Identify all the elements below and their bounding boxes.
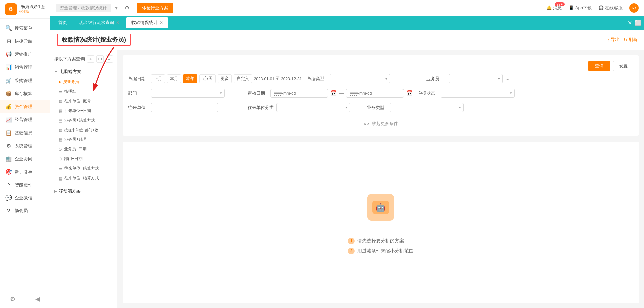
sidebar-item-purchase[interactable]: 🛒 采购管理: [0, 74, 50, 87]
sidebar-item-label: 企业协同: [15, 156, 32, 162]
sidebar-item-quick-nav[interactable]: ⊞ 快捷导航: [0, 35, 50, 48]
dept-date-icon: ⊙: [58, 156, 62, 161]
refresh-label: 刷新: [629, 37, 637, 43]
date-btn-custom[interactable]: 自定义: [234, 74, 252, 83]
date-btn-more[interactable]: 更多: [218, 74, 232, 83]
sidebar-item-inventory[interactable]: 📦 库存核算: [0, 87, 50, 100]
sidebar-item-system[interactable]: ⚙ 系统管理: [0, 139, 50, 152]
date-range-display: 2023-01-01 至 2023-12-31: [254, 76, 302, 82]
detail-icon: ☰: [58, 89, 62, 94]
scheme-item-dept-date[interactable]: ⊙ 部门+日期: [50, 154, 117, 164]
scheme-group-mobile-header[interactable]: ▶ 移动端方案: [50, 186, 117, 196]
scheme-item-label: 往来单位+日期: [64, 108, 91, 114]
scheme-item-label: 部门+日期: [64, 156, 83, 162]
sidebar-item-marketing[interactable]: 📢 营销推广: [0, 48, 50, 61]
salesman-select[interactable]: [449, 74, 503, 83]
collapse-panel-btn[interactable]: «: [106, 55, 113, 63]
action-row: 查询 设置: [128, 61, 633, 71]
doc-status-select[interactable]: [441, 89, 515, 98]
quick-nav-icon: ⊞: [5, 38, 12, 44]
date-btn-this-year[interactable]: 本年: [183, 74, 197, 83]
sidebar-collapse-btn[interactable]: ◀: [35, 295, 40, 303]
scheme-item-by-salesman[interactable]: ● 按业务员: [50, 77, 117, 87]
date-btn-last-7-days[interactable]: 近7天: [199, 74, 216, 83]
dept-label: 部门: [128, 90, 148, 96]
sidebar-item-member[interactable]: V 畅会员: [0, 204, 50, 217]
user-avatar[interactable]: Rit: [629, 3, 639, 13]
sidebar: 6 畅捷通好生意 标准版 🔍 搜索菜单 ⊞ 快捷导航 📢 营销推广 📊 销: [0, 0, 50, 308]
business-type-select[interactable]: [390, 103, 464, 112]
filter-item-doc-status: 单据状态 ▾: [418, 89, 532, 98]
refresh-button[interactable]: ↻ 刷新: [624, 37, 637, 43]
tab-collection-stat[interactable]: 收款情况统计 ✕: [126, 17, 168, 28]
add-scheme-btn[interactable]: +: [87, 55, 94, 63]
notification-badge-count: 99+: [555, 2, 565, 6]
sidebar-item-guide[interactable]: 🎯 新手引导: [0, 165, 50, 178]
scheme-item-partner-dept-collect[interactable]: ▦ 按往来单位+部门+收...: [50, 125, 117, 135]
query-button[interactable]: 查询: [588, 61, 610, 71]
export-icon: ↑: [607, 37, 610, 42]
sidebar-item-label: 企业微信: [15, 195, 32, 201]
scheme-item-partner-settle1[interactable]: ☰ 往来单位+结算方式: [50, 164, 117, 173]
filter-settings-button[interactable]: 设置: [613, 61, 633, 71]
trial-button[interactable]: 体验行业方案: [137, 3, 173, 13]
sidebar-item-sales[interactable]: 📊 销售管理: [0, 61, 50, 74]
sidebar-item-company[interactable]: 🏢 企业协同: [0, 152, 50, 165]
empty-state: 🤖 1 请先选择要分析的方案 2 用过滤条件来缩小分析范围: [123, 142, 639, 303]
company-icon: 🏢: [5, 156, 12, 162]
partner-category-select[interactable]: [276, 103, 350, 112]
hint-item-1: 1 请先选择要分析的方案: [348, 238, 414, 244]
salesman-more-btn[interactable]: ···: [504, 76, 511, 82]
sidebar-item-search[interactable]: 🔍 搜索菜单: [0, 21, 50, 35]
page-header-actions: ↑ 导出 ↻ 刷新: [607, 37, 638, 43]
maximize-window-btn[interactable]: ⬜: [635, 20, 641, 26]
tab-bank-flow[interactable]: 现金银行流水查询 ✕: [74, 17, 125, 28]
partner-input[interactable]: [151, 103, 218, 112]
sidebar-settings-btn[interactable]: ⚙: [10, 295, 15, 303]
scheme-item-salesman-account[interactable]: ▦ 业务员+账号: [50, 135, 117, 144]
scheme-item-salesman-settle[interactable]: ▤ 业务员+结算方式: [50, 116, 117, 125]
sidebar-item-operations[interactable]: 📈 经营管理: [0, 113, 50, 126]
collapse-conditions-btn[interactable]: ∧∧ 收起更多条件: [128, 117, 633, 130]
scheme-item-partner-date[interactable]: ▦ 往来单位+日期: [50, 106, 117, 116]
scheme-settings-btn[interactable]: ⚙: [96, 55, 104, 63]
dept-select[interactable]: [151, 89, 225, 98]
tab-collection-stat-close[interactable]: ✕: [160, 20, 163, 25]
sidebar-item-label: 基础信息: [15, 130, 32, 136]
purchase-icon: 🛒: [5, 77, 12, 84]
scheme-item-by-detail[interactable]: ☰ 按明细: [50, 87, 117, 96]
mobile-scheme-group-label: 移动端方案: [59, 188, 81, 194]
date-btn-last-month[interactable]: 上月: [151, 74, 165, 83]
online-service-btn[interactable]: 🎧 在线客服: [598, 5, 623, 11]
doc-type-select[interactable]: [330, 74, 390, 83]
close-window-btn[interactable]: ✕: [628, 20, 632, 26]
review-date-end-input[interactable]: [346, 89, 404, 98]
notification-btn[interactable]: 🔔 消息 99+: [546, 5, 562, 11]
breadcrumb-dropdown-icon[interactable]: ▾: [115, 5, 118, 11]
partner-more-btn[interactable]: ···: [219, 105, 226, 110]
sidebar-item-finance[interactable]: 💰 资金管理: [0, 100, 50, 113]
app-download-btn[interactable]: 📱 App下载: [569, 5, 592, 11]
tab-home[interactable]: 首页: [53, 17, 72, 28]
review-date-label: 审核日期: [248, 90, 268, 96]
search-icon: 🔍: [5, 25, 12, 31]
scheme-item-salesman-date[interactable]: ⊙ 业务员+日期: [50, 144, 117, 154]
date-btn-this-month[interactable]: 本月: [167, 74, 181, 83]
partner-settle2-icon: ▦: [58, 176, 62, 181]
sidebar-item-wechat[interactable]: 💬 企业微信: [0, 191, 50, 204]
scheme-item-label: 往来单位+结算方式: [64, 166, 99, 171]
doc-status-select-wrapper: ▾: [441, 89, 515, 98]
scheme-item-partner-account[interactable]: ▦ 往来单位+账号: [50, 96, 117, 106]
review-date-start-input[interactable]: [270, 89, 328, 98]
hint-item-2: 2 用过滤条件来缩小分析范围: [348, 248, 414, 254]
sidebar-item-basic-info[interactable]: 📋 基础信息: [0, 126, 50, 139]
export-button[interactable]: ↑ 导出: [607, 37, 620, 43]
scheme-group-desktop-header[interactable]: ▼ 电脑端方案: [50, 67, 117, 77]
header-gear-btn[interactable]: ⚙: [122, 3, 132, 13]
scheme-item-partner-settle2[interactable]: ▦ 往来单位+结算方式: [50, 173, 117, 183]
app-download-label: App下载: [575, 5, 592, 11]
scheme-item-label: 按业务员: [63, 79, 79, 85]
tab-bank-flow-close[interactable]: ✕: [116, 20, 119, 25]
content-area: 资金管理 / 收款情况统计 ▾ ⚙ 体验行业方案 🔔 消息 99+ 📱 App下…: [50, 0, 644, 308]
sidebar-item-smart-hw[interactable]: 🖨 智能硬件: [0, 178, 50, 191]
